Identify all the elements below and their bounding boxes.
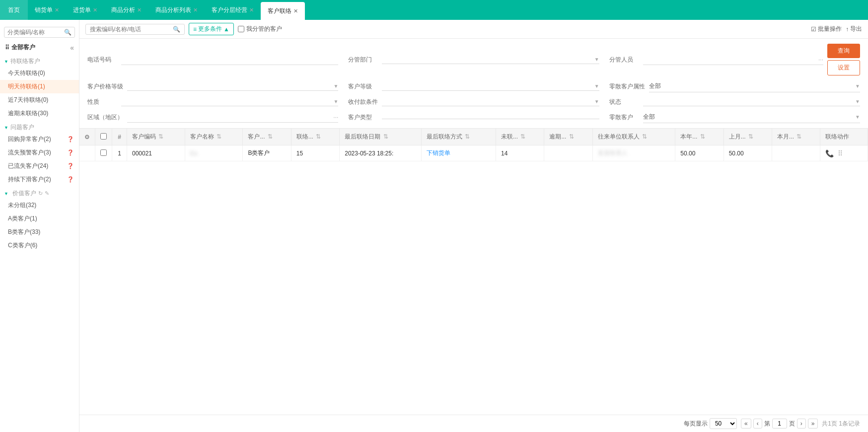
nav-analysis[interactable]: 商品分析 ✕ [104, 0, 148, 20]
sidebar-item-churned[interactable]: 已流失客户(24) ❓ [0, 159, 79, 173]
sidebar-search-box[interactable]: 🔍 [4, 27, 75, 38]
first-page-btn[interactable]: « [741, 419, 751, 429]
row-checkbox[interactable] [100, 149, 107, 156]
th-contact: 联络... ⇅ [291, 129, 339, 145]
search-box[interactable]: 🔍 [85, 24, 185, 35]
table-container: ⚙ # 客户编码 ⇅ 客户名称 ⇅ [79, 129, 868, 415]
nav-purchase-close[interactable]: ✕ [93, 7, 97, 13]
nav-sales-close[interactable]: ✕ [55, 7, 59, 13]
filter-phone-row: 电话号码 [87, 44, 338, 75]
search-input[interactable] [90, 26, 173, 33]
settings-icon[interactable]: ⚙ [84, 134, 90, 141]
set-btn[interactable]: 设置 [827, 60, 860, 75]
nav-customer-segment[interactable]: 客户分层经营 ✕ [205, 0, 261, 20]
th-settings[interactable]: ⚙ [79, 129, 95, 145]
sidebar-item-declining[interactable]: 持续下滑客户(2) ❓ [0, 173, 79, 186]
phone-action-icon[interactable]: 📞 [825, 149, 834, 157]
td-unit-contact-text: 某某联系人 [598, 149, 628, 156]
sidebar-item-today[interactable]: 今天待联络(0) [0, 67, 79, 80]
td-checkbox[interactable] [95, 145, 112, 161]
sidebar-search-input[interactable] [7, 29, 64, 36]
th-checkbox[interactable] [95, 129, 112, 145]
value-edit-icon[interactable]: ✎ [45, 190, 49, 197]
sidebar-all-customers[interactable]: ⠿ 全部客户 « [0, 41, 79, 54]
nav-analysis-close[interactable]: ✕ [137, 7, 142, 13]
sort-icon-this-month[interactable]: ⇅ [796, 133, 801, 140]
filter-customer-level-select[interactable]: ▼ [382, 82, 599, 91]
person-dots-icon[interactable]: ··· [818, 56, 823, 63]
filter-price-select[interactable]: ▼ [127, 82, 338, 91]
batch-label: 批量操作 [818, 25, 842, 33]
sidebar-item-a-class[interactable]: A类客户(1) [0, 212, 79, 225]
next-page-btn[interactable]: › [797, 419, 806, 429]
more-filter-btn[interactable]: ≡ 更多条件 ▲ [189, 23, 234, 35]
filter-dept-select[interactable]: ▼ [382, 55, 599, 64]
filter-customer-type-label: 客户类型 [348, 113, 378, 122]
sort-icon-year[interactable]: ⇅ [700, 133, 705, 140]
sort-icon-code[interactable]: ⇅ [158, 133, 163, 140]
sidebar-item-b-class[interactable]: B类客户(33) [0, 225, 79, 239]
nav-customer-contact-close[interactable]: ✕ [293, 8, 298, 14]
nav-home-label: 首页 [8, 6, 20, 14]
query-btn[interactable]: 查询 [827, 44, 860, 58]
my-customers-checkbox[interactable] [238, 26, 244, 32]
my-customers-checkbox-label[interactable]: 我分管的客户 [238, 25, 282, 33]
last-page-btn[interactable]: » [808, 419, 818, 429]
sort-icon-unit[interactable]: ⇅ [642, 133, 647, 140]
nav-sales[interactable]: 销货单 ✕ [28, 0, 66, 20]
sort-icon-type[interactable]: ⇅ [268, 133, 273, 140]
sidebar-search-icon[interactable]: 🔍 [64, 29, 72, 36]
nav-customer-segment-close[interactable]: ✕ [249, 7, 254, 13]
sidebar-collapse-btn[interactable]: « [70, 44, 74, 52]
more-action-icon[interactable]: ⠿ [838, 149, 843, 157]
sidebar-group-problem[interactable]: 问题客户 [0, 120, 79, 133]
sidebar-group-value[interactable]: 价值客户 ↻ ✎ [0, 186, 79, 199]
area-dots-icon[interactable]: ··· [333, 114, 338, 121]
page-input[interactable] [772, 419, 787, 429]
nav-purchase[interactable]: 进货单 ✕ [66, 0, 104, 20]
sort-icon-name[interactable]: ⇅ [217, 133, 221, 140]
filter-status-select[interactable]: ▼ [643, 97, 860, 106]
filter-retail-attr-select[interactable]: 全部 ▼ [649, 80, 860, 92]
sort-icon-overdue[interactable]: ⇅ [569, 133, 574, 140]
nav-analysis-list[interactable]: 商品分析列表 ✕ [148, 0, 205, 20]
sidebar-item-abnormal[interactable]: 回购异常客户(2) ❓ [0, 133, 79, 146]
export-btn[interactable]: ↑ 导出 [846, 25, 862, 33]
filter-area-select[interactable]: ··· [127, 112, 338, 123]
select-all-checkbox[interactable] [100, 133, 107, 140]
sidebar-item-c-class[interactable]: C类客户(6) [0, 239, 79, 252]
filter-gender-select[interactable]: ▼ [121, 97, 338, 106]
filter-payment-select[interactable]: ▼ [382, 97, 599, 106]
sidebar-group-pending[interactable]: 待联络客户 [0, 54, 79, 67]
value-refresh-icon[interactable]: ↻ [38, 190, 43, 197]
filter-customer-level-row: 客户等级 ▼ [348, 80, 599, 92]
td-last-way[interactable]: 下销货单 [422, 145, 496, 161]
search-icon[interactable]: 🔍 [173, 26, 180, 33]
filter-retail-customer-select[interactable]: 全部 ▼ [643, 111, 860, 123]
filter-person-select[interactable]: ··· [643, 55, 823, 65]
filter-customer-level-label: 客户等级 [348, 82, 378, 91]
sidebar-item-churn-warning[interactable]: 流失预警客户(3) ❓ [0, 146, 79, 159]
sort-icon-last-month[interactable]: ⇅ [748, 133, 753, 140]
nav-analysis-list-close[interactable]: ✕ [193, 7, 198, 13]
td-type: B类客户 [243, 145, 291, 161]
batch-btn[interactable]: ☑ 批量操作 [811, 25, 842, 33]
sort-icon-no-contact[interactable]: ⇅ [520, 133, 525, 140]
per-page-select[interactable]: 50 100 200 [710, 418, 737, 429]
filter-retail-customer-row: 零散客户 全部 ▼ [609, 111, 860, 123]
prev-page-btn[interactable]: ‹ [753, 419, 762, 429]
sort-icon-last-way[interactable]: ⇅ [465, 133, 470, 140]
sort-icon-contact[interactable]: ⇅ [316, 133, 321, 140]
retail-caret-icon: ▼ [855, 114, 860, 120]
filter-retail-customer-label: 零散客户 [609, 113, 639, 122]
sidebar-item-overdue[interactable]: 逾期未联络(30) [0, 107, 79, 120]
sidebar-item-tomorrow[interactable]: 明天待联络(1) [0, 80, 79, 93]
last-way-link[interactable]: 下销货单 [427, 149, 450, 156]
sidebar-item-ungrouped[interactable]: 未分组(32) [0, 199, 79, 212]
nav-home[interactable]: 首页 [0, 0, 28, 20]
filter-phone-input[interactable] [121, 55, 338, 65]
filter-customer-type-select[interactable] [382, 116, 599, 119]
sort-icon-last-date[interactable]: ⇅ [383, 133, 388, 140]
sidebar-item-week[interactable]: 近7天待联络(0) [0, 93, 79, 107]
nav-customer-contact[interactable]: 客户联络 ✕ [261, 2, 305, 20]
